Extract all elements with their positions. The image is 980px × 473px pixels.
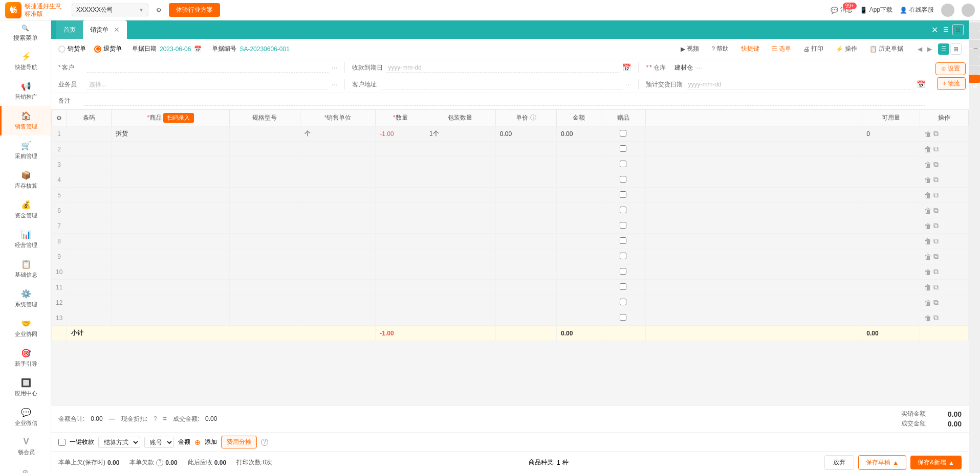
right-panel-btn-2[interactable]: 联 <box>969 31 980 39</box>
gift-checkbox[interactable] <box>620 283 626 290</box>
fee-split-btn[interactable]: 费用分摊 <box>221 436 257 448</box>
right-panel-btn-1[interactable]: 搜 <box>969 22 980 31</box>
copy-icon[interactable]: ⧉ <box>933 206 939 215</box>
gift-checkbox[interactable] <box>620 191 626 198</box>
tab-home[interactable]: 首页 <box>56 20 83 39</box>
copy-icon[interactable]: ⧉ <box>933 237 939 245</box>
addr-expand-icon[interactable]: ··· <box>625 80 631 88</box>
copy-icon[interactable]: ⧉ <box>933 252 939 261</box>
method-select[interactable]: 结算方式 <box>98 437 140 448</box>
sidebar-item-apps[interactable]: 🔲 应用中心 <box>0 373 51 402</box>
gift-checkbox[interactable] <box>620 207 626 213</box>
account-select[interactable]: 账号 <box>144 437 174 448</box>
gift-checkbox[interactable] <box>620 222 626 229</box>
gift-checkbox[interactable] <box>620 299 626 305</box>
copy-icon[interactable]: ⧉ <box>933 175 939 184</box>
form-grid-view-btn[interactable]: ⊞ <box>950 43 962 55</box>
expected-date-input[interactable] <box>686 80 913 89</box>
copy-icon[interactable]: ⧉ <box>933 191 939 199</box>
sidebar-item-marketing[interactable]: 📢 营销推广 <box>0 76 51 106</box>
delete-icon[interactable]: 🗑 <box>924 299 931 307</box>
history-btn[interactable]: 📋 历史单据 <box>865 43 907 55</box>
radio-sales-order[interactable]: 销货单 <box>58 44 86 53</box>
sidebar-item-quick-nav[interactable]: ⚡ 快捷导航 <box>0 47 51 76</box>
cell-unit[interactable]: 个 <box>300 126 376 142</box>
sidebar-item-base[interactable]: 📋 基础信息 <box>0 254 51 284</box>
gift-checkbox[interactable] <box>620 268 626 275</box>
copy-icon[interactable]: ⧉ <box>933 313 939 322</box>
sidebar-item-finance[interactable]: 💰 资金管理 <box>0 195 51 224</box>
sidebar-search[interactable]: 🔍 搜索菜单 <box>0 20 51 47</box>
fee-help-icon[interactable]: ? <box>261 439 268 446</box>
settings-panel-btn[interactable]: ⊙ 设置 <box>935 62 966 75</box>
delete-icon[interactable]: 🗑 <box>924 268 931 276</box>
tab-sales-order[interactable]: 销货单 ✕ <box>83 20 127 39</box>
cell-qty[interactable]: -1.00 <box>376 126 425 142</box>
date-value[interactable]: 2023-06-06 <box>160 46 191 53</box>
cell-amount[interactable]: 0.00 <box>557 126 601 142</box>
avatar-extra[interactable] <box>962 4 975 17</box>
right-panel-btn-3[interactable]: 历 <box>969 40 980 48</box>
sidebar-settings-btn[interactable]: ⚙ <box>18 465 33 473</box>
delete-icon[interactable]: 🗑 <box>924 191 931 199</box>
warehouse-expand-icon[interactable]: ··· <box>696 63 702 72</box>
gift-checkbox[interactable] <box>620 253 626 259</box>
gift-checkbox[interactable] <box>620 314 626 321</box>
company-settings-icon[interactable]: ⚙ <box>151 3 166 17</box>
notes-input[interactable] <box>84 96 925 106</box>
delete-icon[interactable]: 🗑 <box>924 222 931 230</box>
prev-arrow[interactable]: ◀ <box>916 44 924 54</box>
sidebar-item-wechat[interactable]: 💬 企业微信 <box>0 402 51 432</box>
select-btn[interactable]: ☰ 选单 <box>768 43 795 55</box>
copy-icon[interactable]: ⧉ <box>933 283 939 291</box>
delete-icon[interactable]: 🗑 <box>924 283 931 291</box>
sidebar-item-inventory[interactable]: 📦 库存核算 <box>0 165 51 195</box>
tab-close-icon[interactable]: ✕ <box>114 26 120 34</box>
sidebar-item-newbie[interactable]: 🎯 新手引导 <box>0 343 51 373</box>
cell-barcode[interactable] <box>67 126 112 142</box>
due-date-input[interactable] <box>386 63 619 73</box>
save-new-btn[interactable]: 保存&新增 ▲ <box>910 456 962 469</box>
delete-icon[interactable]: 🗑 <box>924 314 931 322</box>
sidebar-item-member[interactable]: V 畅会员 <box>0 432 51 461</box>
calendar-icon[interactable]: 📅 <box>194 46 202 53</box>
gift-checkbox[interactable] <box>620 176 626 183</box>
sidebar-item-sales[interactable]: 🏠 销售管理 <box>0 106 51 136</box>
customer-expand-icon[interactable]: ··· <box>332 63 338 72</box>
sidebar-item-enterprise[interactable]: 🤝 企业协同 <box>0 313 51 343</box>
delete-icon[interactable]: 🗑 <box>924 176 931 184</box>
right-panel-btn-7[interactable]: 设 <box>969 75 980 83</box>
salesperson-expand-icon[interactable]: ··· <box>332 80 338 88</box>
due-date-calendar-icon[interactable]: 📅 <box>622 63 631 72</box>
col-settings[interactable]: ⚙ <box>52 110 67 126</box>
close-all-btn[interactable]: ✕ <box>931 25 938 35</box>
sidebar-item-system[interactable]: ⚙️ 系统管理 <box>0 284 51 313</box>
avatar[interactable] <box>941 4 954 17</box>
experience-btn[interactable]: 体验行业方案 <box>169 3 220 17</box>
delete-icon[interactable]: 🗑 <box>924 161 931 169</box>
gift-checkbox[interactable] <box>620 130 626 137</box>
print-btn[interactable]: 🖨 打印 <box>799 43 827 55</box>
message-btn[interactable]: 💬 消息 99+ <box>831 6 853 14</box>
list-view-btn[interactable]: ☰ <box>940 24 951 35</box>
price-info-icon[interactable]: ⓘ <box>530 114 536 121</box>
abandon-btn[interactable]: 放弃 <box>824 455 854 470</box>
radio-return-order[interactable]: 退货单 <box>94 44 122 53</box>
save-draft-btn[interactable]: 保存草稿 ▲ <box>858 455 906 470</box>
delete-icon[interactable]: 🗑 <box>924 145 931 153</box>
operate-btn[interactable]: ⚡ 操作 <box>832 43 861 55</box>
right-panel-btn-6[interactable]: 藏 <box>969 66 980 74</box>
cell-product[interactable]: 拆货 <box>112 126 230 142</box>
cell-price[interactable]: 0.00 <box>495 126 556 142</box>
expected-date-calendar-icon[interactable]: 📅 <box>917 80 925 88</box>
copy-icon[interactable]: ⧉ <box>933 129 939 138</box>
copy-icon[interactable]: ⧉ <box>933 145 939 153</box>
sidebar-item-purchase[interactable]: 🛒 采购管理 <box>0 136 51 165</box>
gift-checkbox[interactable] <box>620 237 626 244</box>
gift-checkbox[interactable] <box>620 161 626 167</box>
warehouse-value[interactable]: 建材仓 <box>674 63 693 72</box>
cell-spec[interactable] <box>230 126 300 142</box>
copy-icon[interactable]: ⧉ <box>933 298 939 307</box>
grid-view-btn[interactable]: ⊞ <box>952 24 964 35</box>
delete-icon[interactable]: 🗑 <box>924 207 931 215</box>
